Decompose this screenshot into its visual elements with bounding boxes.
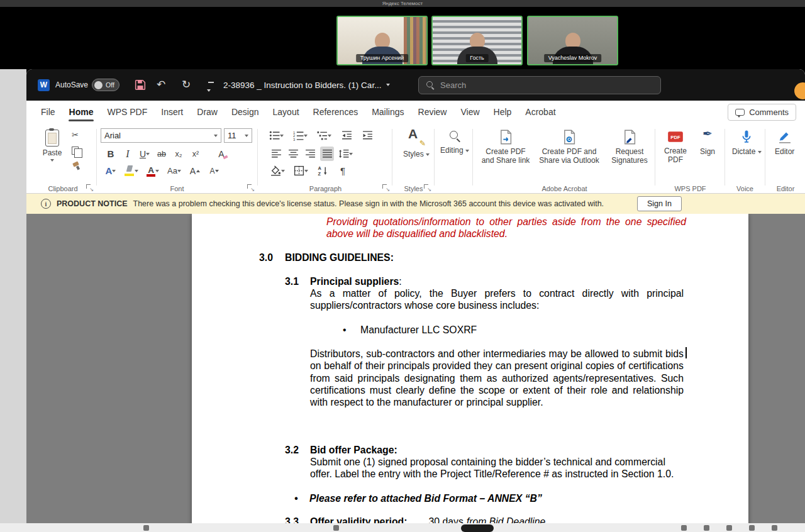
align-left-button[interactable]: [269, 147, 283, 161]
justify-button[interactable]: [320, 147, 334, 161]
italic-button[interactable]: I: [121, 147, 135, 161]
styles-button[interactable]: A ✎ Styles: [403, 130, 430, 158]
search-input[interactable]: [440, 80, 653, 90]
participant-name-label: Vyacheslav Mokrov: [544, 54, 602, 62]
tab-view[interactable]: View: [453, 101, 486, 123]
grow-font-button[interactable]: A: [188, 163, 202, 178]
bold-button[interactable]: B: [104, 147, 118, 161]
copy-button[interactable]: [72, 144, 80, 157]
multilevel-list-button[interactable]: [316, 128, 333, 143]
editor-pencil-icon: [778, 130, 792, 145]
dialog-launcher-icon[interactable]: [382, 184, 389, 191]
shrink-font-button[interactable]: A: [208, 163, 221, 178]
highlight-button[interactable]: [123, 163, 140, 178]
document-page[interactable]: Providing quotations/information to othe…: [192, 214, 748, 532]
bullet-item-manufacturer: • Manufacturer LLC SOXRF: [343, 324, 748, 336]
create-pdf-share-outlook-button[interactable]: O Create PDF andShare via Outlook: [536, 130, 602, 165]
video-tile-participant-3[interactable]: Vyacheslav Mokrov: [527, 16, 618, 65]
taskbar-icon[interactable]: [772, 525, 777, 531]
taskbar-icon[interactable]: [143, 525, 149, 531]
tab-file[interactable]: File: [34, 101, 62, 123]
editing-button[interactable]: Editing: [440, 130, 469, 155]
video-tile-participant-2[interactable]: Гость: [431, 16, 523, 65]
comments-button[interactable]: Comments: [728, 104, 796, 121]
align-right-button[interactable]: [303, 147, 317, 161]
subscript-button[interactable]: x₂: [172, 147, 186, 161]
borders-button[interactable]: [292, 163, 309, 178]
taskbar-center-pill[interactable]: [461, 524, 494, 532]
paste-button[interactable]: Paste: [38, 130, 67, 162]
line-spacing-button[interactable]: [337, 147, 354, 161]
taskbar-icon[interactable]: [726, 525, 732, 531]
font-name-combo[interactable]: Arial: [101, 128, 221, 143]
show-paragraph-marks-button[interactable]: ¶: [336, 163, 350, 178]
tab-home[interactable]: Home: [62, 101, 101, 123]
undo-button[interactable]: ↶: [157, 69, 165, 101]
dialog-launcher-icon[interactable]: [247, 184, 254, 191]
tab-layout[interactable]: Layout: [266, 101, 306, 123]
tab-design[interactable]: Design: [225, 101, 266, 123]
taskbar-icon[interactable]: [333, 525, 339, 531]
chevron-down-icon: [245, 135, 248, 137]
numbering-button[interactable]: 123: [292, 128, 309, 143]
bullets-button[interactable]: [268, 128, 285, 143]
editor-button[interactable]: Editor: [775, 130, 794, 156]
sign-in-button[interactable]: Sign In: [637, 196, 682, 211]
dialog-launcher-icon[interactable]: [86, 184, 93, 191]
font-color-button[interactable]: A: [145, 163, 160, 178]
sort-button[interactable]: AZ: [316, 163, 330, 178]
autosave-state-label: Off: [106, 81, 114, 89]
shrink-font-label: A: [209, 167, 214, 175]
clear-formatting-button[interactable]: A: [214, 147, 228, 161]
tab-wps-pdf[interactable]: WPS PDF: [100, 101, 154, 123]
dialog-launcher-icon[interactable]: [424, 184, 431, 191]
taskbar-icon[interactable]: [704, 525, 709, 531]
autosave-toggle[interactable]: Off: [92, 79, 119, 91]
taskbar-icon[interactable]: [749, 525, 755, 531]
taskbar-icon[interactable]: [681, 525, 687, 531]
label-line-1: Create PDF and: [542, 147, 597, 156]
font-size-combo[interactable]: 11: [224, 128, 252, 143]
group-label-font: Font: [97, 185, 257, 192]
bold-label: B: [108, 148, 114, 159]
dictate-button[interactable]: Dictate: [732, 130, 762, 156]
underline-button[interactable]: U: [138, 147, 152, 161]
strikethrough-button[interactable]: ab: [155, 147, 169, 161]
tab-mailings[interactable]: Mailings: [365, 101, 411, 123]
tab-insert[interactable]: Insert: [154, 101, 190, 123]
account-avatar[interactable]: [794, 82, 805, 99]
pilcrow-icon: ¶: [340, 165, 345, 176]
tab-acrobat[interactable]: Acrobat: [518, 101, 562, 123]
label-line-1: Request: [616, 147, 644, 156]
superscript-button[interactable]: x²: [189, 147, 203, 161]
cut-button[interactable]: ✂: [72, 128, 80, 141]
bullet-list-icon: [269, 130, 280, 141]
tab-draw[interactable]: Draw: [190, 101, 225, 123]
align-center-button[interactable]: [286, 147, 300, 161]
save-button[interactable]: [135, 79, 146, 93]
format-painter-button[interactable]: [72, 160, 80, 172]
chevron-down-icon: [214, 135, 218, 137]
document-title-menu[interactable]: 2-38936 _ Instruction to Bidders. (1) Ca…: [223, 69, 390, 101]
tab-review[interactable]: Review: [411, 101, 454, 123]
desktop-background-strip: [0, 69, 26, 532]
chevron-down-icon: [146, 153, 150, 155]
wps-sign-button[interactable]: ✒ Sign: [696, 130, 719, 156]
create-pdf-share-link-button[interactable]: Create PDFand Share link: [478, 130, 533, 165]
redo-button[interactable]: ↻: [182, 69, 191, 101]
change-case-button[interactable]: Aa: [166, 163, 182, 178]
section-3-2: 3.2 Bid offer Package: Submit one (1) si…: [285, 444, 748, 480]
request-signatures-button[interactable]: RequestSignatures: [608, 130, 652, 165]
wps-create-pdf-button[interactable]: PDF CreatePDF: [662, 130, 689, 164]
video-tile-participant-1[interactable]: Трушин Арсений: [336, 16, 428, 65]
search-box[interactable]: [418, 76, 661, 94]
quick-access-toolbar-button[interactable]: [207, 82, 214, 96]
text-effects-button[interactable]: A: [104, 163, 118, 178]
shading-button[interactable]: [269, 163, 286, 178]
decrease-indent-button[interactable]: [340, 128, 353, 143]
tab-references[interactable]: References: [306, 101, 365, 123]
increase-indent-button[interactable]: [360, 128, 374, 143]
svg-text:3: 3: [293, 138, 295, 141]
tab-help[interactable]: Help: [487, 101, 519, 123]
superscript-label: x²: [192, 150, 199, 158]
